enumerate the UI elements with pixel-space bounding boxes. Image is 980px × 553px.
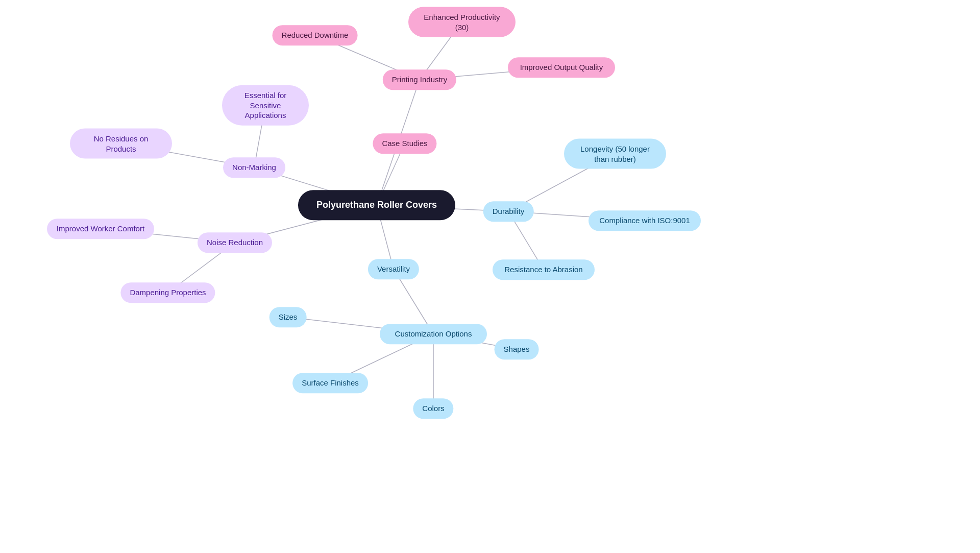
node-case-studies[interactable]: Case Studies	[373, 133, 436, 154]
node-non-marking[interactable]: Non-Marking	[223, 157, 285, 178]
node-durability[interactable]: Durability	[483, 201, 534, 222]
node-improved-comfort[interactable]: Improved Worker Comfort	[47, 219, 154, 239]
node-improved-output[interactable]: Improved Output Quality	[508, 57, 615, 78]
node-compliance[interactable]: Compliance with ISO:9001	[589, 210, 701, 231]
center-node[interactable]: Polyurethane Roller Covers	[298, 190, 455, 220]
node-reduced-downtime[interactable]: Reduced Downtime	[273, 25, 358, 45]
node-enhanced-productivity[interactable]: Enhanced Productivity (30)	[408, 7, 516, 37]
node-shapes[interactable]: Shapes	[495, 339, 539, 359]
node-resistance[interactable]: Resistance to Abrasion	[493, 259, 595, 280]
node-longevity[interactable]: Longevity (50 longer than rubber)	[564, 139, 666, 169]
node-dampening[interactable]: Dampening Properties	[120, 282, 215, 303]
node-noise-reduction[interactable]: Noise Reduction	[198, 232, 272, 253]
node-printing[interactable]: Printing Industry	[383, 69, 456, 90]
node-versatility[interactable]: Versatility	[368, 259, 419, 279]
mindmap-container: Polyurethane Roller CoversPrinting Indus…	[0, 0, 980, 553]
node-essential[interactable]: Essential for Sensitive Applications	[222, 85, 309, 126]
node-customization[interactable]: Customization Options	[380, 324, 487, 344]
node-no-residues[interactable]: No Residues on Products	[70, 129, 172, 159]
node-sizes[interactable]: Sizes	[270, 307, 307, 327]
node-surface-finishes[interactable]: Surface Finishes	[292, 373, 368, 393]
connection-lines	[0, 0, 980, 553]
node-colors[interactable]: Colors	[413, 398, 453, 419]
